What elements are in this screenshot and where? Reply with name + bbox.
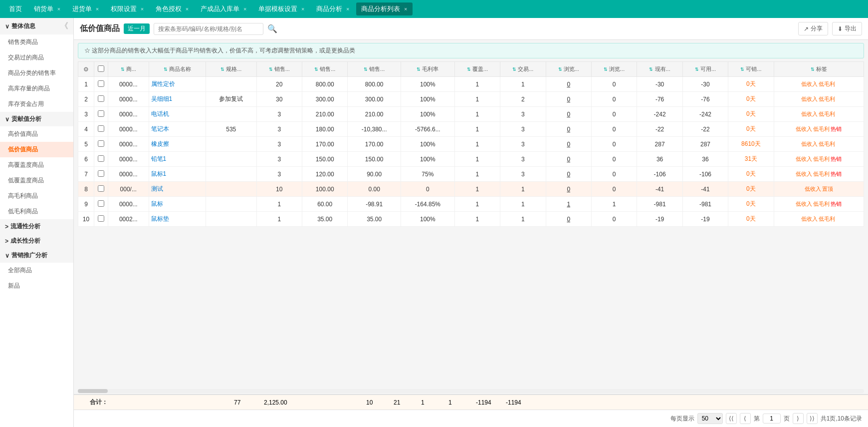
row-browse1[interactable]: 0 (546, 212, 591, 227)
row-checkbox-cell[interactable] (94, 137, 108, 152)
sidebar-item-low-value[interactable]: 低价值商品 (0, 142, 73, 157)
row-checkbox[interactable] (98, 200, 104, 207)
first-page-button[interactable]: ⟨⟨ (726, 413, 737, 424)
sidebar-group-marketing[interactable]: ∨ 营销推广分析 (0, 248, 73, 263)
prev-page-button[interactable]: ⟨ (740, 413, 751, 424)
sidebar-item-high-inventory[interactable]: 高库存量的商品 (0, 81, 73, 96)
sidebar-item-category-sales[interactable]: 商品分类的销售率 (0, 65, 73, 81)
last-page-button[interactable]: ⟩⟩ (807, 413, 818, 424)
row-checkbox-cell[interactable] (94, 92, 108, 107)
browse-link[interactable]: 0 (567, 111, 570, 118)
row-name[interactable]: 电话机 (149, 107, 206, 122)
th-gear[interactable]: ⚙ (78, 62, 94, 77)
row-name[interactable]: 吴细细1 (149, 92, 206, 107)
row-checkbox-cell[interactable] (94, 212, 108, 227)
sidebar-item-high-value[interactable]: 高价值商品 (0, 126, 73, 142)
row-checkbox-cell[interactable] (94, 122, 108, 137)
row-checkbox[interactable] (98, 125, 104, 132)
nav-role[interactable]: 角色授权 × (151, 2, 194, 15)
page-number-input[interactable] (763, 414, 781, 424)
row-checkbox[interactable] (98, 80, 104, 87)
row-checkbox[interactable] (98, 215, 104, 222)
sidebar-group-circulation[interactable]: > 流通性分析 (0, 219, 73, 234)
row-browse1[interactable]: 0 (546, 77, 591, 92)
nav-sales[interactable]: 销货单 × (29, 2, 65, 15)
row-checkbox-cell[interactable] (94, 167, 108, 182)
th-checkbox[interactable] (94, 62, 108, 77)
search-input[interactable] (154, 23, 263, 35)
browse-link[interactable]: 0 (567, 156, 570, 163)
close-icon[interactable]: × (57, 6, 60, 12)
close-icon[interactable]: × (301, 6, 304, 12)
horizontal-scrollbar[interactable] (78, 389, 864, 393)
sidebar-group-growth[interactable]: > 成长性分析 (0, 234, 73, 248)
sidebar-item-new-products[interactable]: 新品 (0, 278, 73, 294)
browse-link[interactable]: 0 (567, 171, 570, 178)
nav-analysis[interactable]: 商品分析 × (311, 2, 354, 15)
nav-analysis-list[interactable]: 商品分析列表 × (356, 2, 412, 15)
close-icon[interactable]: × (186, 6, 189, 12)
sidebar-item-inventory-capital[interactable]: 库存资金占用 (0, 96, 73, 112)
row-checkbox[interactable] (98, 185, 104, 192)
nav-template[interactable]: 单据模板设置 × (253, 2, 309, 15)
row-checkbox[interactable] (98, 140, 104, 147)
row-name[interactable]: 测试 (149, 182, 206, 197)
row-name[interactable]: 鼠标1 (149, 167, 206, 182)
nav-permission[interactable]: 权限设置 × (106, 2, 149, 15)
row-name[interactable]: 橡皮擦 (149, 137, 206, 152)
period-tag-button[interactable]: 近一月 (124, 23, 150, 34)
row-checkbox-cell[interactable] (94, 182, 108, 197)
row-checkbox[interactable] (98, 170, 104, 177)
nav-products-in[interactable]: 产成品入库单 × (196, 2, 251, 15)
row-browse1[interactable]: 0 (546, 107, 591, 122)
row-name[interactable]: 鼠标 (149, 197, 206, 212)
close-icon[interactable]: × (243, 6, 246, 12)
row-browse1[interactable]: 0 (546, 92, 591, 107)
browse-link[interactable]: 0 (567, 141, 570, 148)
close-icon[interactable]: × (404, 6, 407, 12)
sidebar-item-sales-products[interactable]: 销售类商品 (0, 34, 73, 50)
export-button[interactable]: ⬇ 导出 (832, 22, 862, 35)
share-button[interactable]: ↗ 分享 (798, 22, 828, 35)
row-browse1[interactable]: 0 (546, 167, 591, 182)
browse-link[interactable]: 0 (567, 186, 570, 193)
row-name[interactable]: 属性定价 (149, 77, 206, 92)
search-icon[interactable]: 🔍 (267, 24, 277, 33)
row-name[interactable]: 铅笔1 (149, 152, 206, 167)
row-checkbox-cell[interactable] (94, 77, 108, 92)
select-all-checkbox[interactable] (98, 65, 104, 72)
nav-home[interactable]: 首页 (4, 2, 27, 15)
row-checkbox-cell[interactable] (94, 152, 108, 167)
scrollbar-thumb[interactable] (78, 389, 108, 393)
close-icon[interactable]: × (346, 6, 349, 12)
nav-purchase[interactable]: 进货单 × (67, 2, 104, 15)
browse-link[interactable]: 0 (567, 216, 570, 223)
next-page-button[interactable]: ⟩ (793, 413, 804, 424)
sidebar-group-overview[interactable]: ∨ 整体信息 《 (0, 18, 73, 34)
browse-link[interactable]: 1 (567, 201, 570, 208)
row-checkbox[interactable] (98, 110, 104, 117)
row-browse1[interactable]: 1 (546, 197, 591, 212)
close-icon[interactable]: × (141, 6, 144, 12)
sidebar-item-traded-products[interactable]: 交易过的商品 (0, 50, 73, 65)
row-checkbox-cell[interactable] (94, 197, 108, 212)
sidebar-item-all-products[interactable]: 全部商品 (0, 263, 73, 278)
browse-link[interactable]: 0 (567, 96, 570, 103)
row-browse1[interactable]: 0 (546, 137, 591, 152)
browse-link[interactable]: 0 (567, 81, 570, 88)
close-icon[interactable]: × (96, 6, 99, 12)
sidebar-group-contribution[interactable]: ∨ 贡献值分析 (0, 112, 73, 126)
row-name[interactable]: 笔记本 (149, 122, 206, 137)
sidebar-item-low-coverage[interactable]: 低覆盖度商品 (0, 173, 73, 188)
row-browse1[interactable]: 0 (546, 182, 591, 197)
sidebar-item-low-margin[interactable]: 低毛利商品 (0, 204, 73, 219)
sidebar-item-high-coverage[interactable]: 高覆盖度商品 (0, 157, 73, 173)
sidebar-item-high-margin[interactable]: 高毛利商品 (0, 188, 73, 204)
row-name[interactable]: 鼠标垫 (149, 212, 206, 227)
per-page-select[interactable]: 50 100 200 (697, 413, 723, 424)
row-checkbox[interactable] (98, 95, 104, 102)
row-checkbox[interactable] (98, 155, 104, 162)
row-browse1[interactable]: 0 (546, 152, 591, 167)
browse-link[interactable]: 0 (567, 126, 570, 133)
sidebar-collapse-button[interactable]: 《 (60, 21, 68, 31)
